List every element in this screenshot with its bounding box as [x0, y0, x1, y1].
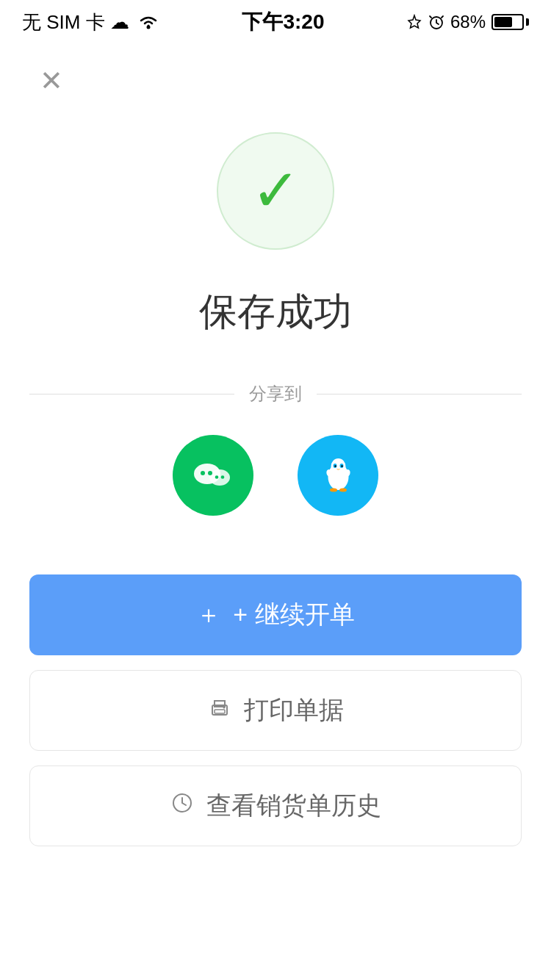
clock-icon	[170, 790, 195, 821]
close-icon: ✕	[40, 65, 63, 97]
plus-icon: ＋	[196, 598, 221, 632]
share-icons-row	[173, 435, 378, 516]
action-buttons: ＋ + 继续开单 打印单据 查看销货单历	[29, 574, 522, 846]
divider-right	[317, 394, 522, 394]
svg-point-14	[330, 488, 337, 491]
status-right: 68%	[406, 12, 529, 32]
close-button[interactable]: ✕	[29, 59, 73, 103]
continue-button[interactable]: ＋ + 继续开单	[29, 574, 522, 655]
status-time: 下午3:20	[242, 8, 324, 36]
battery-percent: 68%	[450, 12, 486, 32]
checkmark-icon: ✓	[251, 162, 300, 220]
wifi-icon	[137, 13, 160, 31]
svg-rect-20	[215, 710, 225, 713]
success-icon-circle: ✓	[217, 132, 334, 250]
location-icon	[406, 14, 422, 30]
success-title: 保存成功	[199, 287, 352, 338]
svg-point-5	[208, 471, 212, 475]
svg-point-13	[341, 465, 342, 466]
svg-point-4	[201, 471, 205, 475]
share-label: 分享到	[249, 382, 302, 406]
wechat-share-button[interactable]	[173, 435, 253, 516]
divider-left	[29, 394, 234, 394]
history-label: 查看销货单历史	[206, 789, 381, 823]
svg-point-12	[334, 465, 336, 466]
svg-point-9	[331, 458, 345, 475]
status-bar: 无 SIM 卡 ☁ 下午3:20 68%	[0, 0, 551, 44]
qq-icon	[314, 452, 362, 500]
no-sim-text: 无 SIM 卡 ☁	[22, 10, 129, 35]
print-label: 打印单据	[244, 693, 344, 727]
svg-point-21	[223, 707, 226, 709]
svg-point-7	[220, 475, 224, 479]
history-button[interactable]: 查看销货单历史	[29, 765, 522, 846]
svg-point-15	[339, 488, 347, 491]
svg-point-0	[146, 26, 150, 29]
svg-point-3	[209, 469, 230, 486]
battery-indicator	[491, 14, 529, 30]
share-section: 分享到	[29, 382, 522, 406]
printer-icon	[207, 695, 232, 726]
page-content: ✕ ✓ 保存成功 分享到	[0, 44, 551, 980]
alarm-icon	[428, 14, 444, 30]
svg-point-6	[215, 475, 218, 479]
qq-share-button[interactable]	[298, 435, 378, 516]
print-button[interactable]: 打印单据	[29, 670, 522, 751]
continue-label: + 继续开单	[233, 598, 354, 632]
status-left: 无 SIM 卡 ☁	[22, 10, 160, 35]
wechat-icon	[190, 452, 237, 500]
